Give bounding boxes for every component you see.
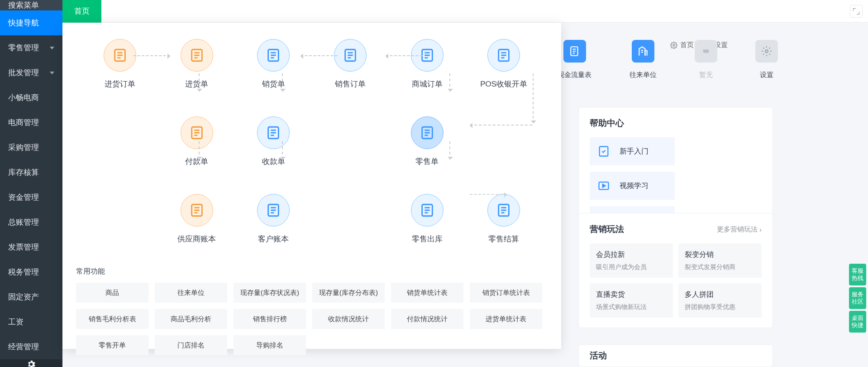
flow-node-2-2[interactable]: 客户账本 [235,194,312,244]
flow-label: 客户账本 [258,234,289,244]
flow-label: 进货单 [185,79,208,89]
popover-scrollbar[interactable] [76,336,548,345]
marketing-item-3[interactable]: 多人拼团拼团购物享受优惠 [678,283,762,318]
document-icon [487,39,520,72]
sidebar-settings[interactable] [0,359,62,367]
document-icon [104,39,136,72]
shortcut-2[interactable]: 暂无 [695,40,717,79]
help-icon [596,144,611,159]
float-btn-1[interactable]: 服务 社区 [849,287,866,309]
flow-label: 供应商账本 [177,234,216,244]
flow-label: POS收银开单 [480,79,527,89]
marketing-more-link[interactable]: 更多营销玩法 › [717,225,762,234]
sidebar-item-3[interactable]: 小畅电商 [0,85,62,110]
marketing-title: 营销玩法 [590,223,624,235]
flow-node-1-1[interactable]: 付款单 [158,116,235,167]
help-item-1[interactable]: 视频学习 [590,172,675,200]
common-fn-1[interactable]: 往来单位 [155,283,227,303]
shortcut-0[interactable]: 现金流量表 [558,40,591,79]
document-icon [257,39,290,72]
flow-label: 进货订单 [105,79,135,89]
chevron-down-icon [50,72,54,74]
document-icon [334,39,367,72]
flow-node-1-4[interactable]: 零售单 [389,116,466,167]
sidebar-item-12[interactable]: 工资 [0,309,62,334]
help-icon [596,178,611,193]
flow-node-0-4[interactable]: 商城订单 [389,39,466,89]
flow-label: 商城订单 [412,79,443,89]
flow-node-0-5[interactable]: POS收银开单 [465,39,542,89]
common-fn-5[interactable]: 销货订单统计表 [470,283,542,303]
common-fn-9[interactable]: 收款情况统计 [312,309,385,329]
flow-label: 销售订单 [335,79,366,89]
document-icon [181,116,213,149]
common-fn-11[interactable]: 进货单统计表 [470,309,542,329]
flow-label: 销货单 [262,79,285,89]
floating-buttons: 客服 热线服务 社区桌面 快捷 [849,264,866,333]
common-fn-4[interactable]: 销货单统计表 [391,283,463,303]
sidebar-item-0[interactable]: 快捷导航 [0,10,62,35]
tab-home[interactable]: 首页 [62,0,101,23]
sidebar-item-1[interactable]: 零售管理 [0,35,62,60]
activity-card: 活动 [578,344,773,367]
document-icon [411,116,444,149]
shortcut-icon [632,40,654,63]
common-fn-10[interactable]: 付款情况统计 [391,309,463,329]
common-fn-7[interactable]: 商品毛利分析 [155,309,227,329]
sidebar-item-5[interactable]: 采购管理 [0,135,62,160]
common-fn-3[interactable]: 现存量(库存分布表) [312,283,385,303]
sidebar-item-9[interactable]: 发票管理 [0,235,62,260]
fullscreen-button[interactable] [850,5,863,18]
help-item-0[interactable]: 新手入门 [590,137,675,165]
common-fn-8[interactable]: 销售排行榜 [234,309,306,329]
flow-node-1-2[interactable]: 收款单 [235,116,312,167]
shortcut-icon [755,40,778,63]
document-icon [257,194,290,227]
common-fn-2[interactable]: 现存量(库存状况表) [234,283,306,303]
sidebar-item-8[interactable]: 总账管理 [0,210,62,235]
float-btn-2[interactable]: 桌面 快捷 [849,311,866,333]
flow-node-2-5[interactable]: 零售结算 [465,194,542,244]
help-center-title: 帮助中心 [590,117,762,129]
document-icon [411,39,444,72]
shortcut-3[interactable]: 设置 [755,40,778,79]
common-fn-6[interactable]: 销售毛利分析表 [76,309,148,329]
sidebar-item-4[interactable]: 电商管理 [0,110,62,135]
sidebar-item-11[interactable]: 固定资产 [0,285,62,309]
shortcut-row: 现金流量表往来单位暂无设置 [558,40,778,79]
document-icon [487,194,520,227]
shortcut-1[interactable]: 往来单位 [630,40,657,79]
shortcut-label: 暂无 [699,71,713,79]
tabbar: 首页 [62,0,868,23]
document-icon [181,194,213,227]
flow-label: 零售出库 [412,234,443,244]
sidebar-item-2[interactable]: 批发管理 [0,60,62,85]
flow-label: 付款单 [185,156,208,167]
svg-point-3 [765,50,768,53]
sidebar-search[interactable]: 搜索菜单 [0,0,62,10]
flow-node-0-1[interactable]: 进货单 [158,39,235,89]
shortcut-label: 往来单位 [630,71,657,79]
quick-nav-popover: 进货订单进货单销货单销售订单商城订单POS收银开单付款单收款单零售单供应商账本客… [62,23,561,349]
flow-node-0-3[interactable]: 销售订单 [312,39,389,89]
sidebar-item-7[interactable]: 资金管理 [0,185,62,210]
shortcut-label: 设置 [760,71,773,79]
fullscreen-icon [853,8,859,14]
marketing-item-0[interactable]: 会员拉新吸引用户成为会员 [590,243,673,278]
sidebar-item-6[interactable]: 库存核算 [0,160,62,185]
flow-node-2-1[interactable]: 供应商账本 [158,194,235,244]
flow-node-0-0[interactable]: 进货订单 [81,39,158,89]
marketing-item-2[interactable]: 直播卖货场景式购物新玩法 [590,283,673,318]
marketing-card: 营销玩法 更多营销玩法 › 会员拉新吸引用户成为会员裂变分销裂变式发展分销商直播… [578,213,773,328]
common-fn-0[interactable]: 商品 [76,283,148,303]
float-btn-0[interactable]: 客服 热线 [849,264,866,285]
sidebar-item-13[interactable]: 经营管理 [0,334,62,359]
svg-rect-2 [703,49,709,53]
flow-node-2-4[interactable]: 零售出库 [389,194,466,244]
marketing-item-1[interactable]: 裂变分销裂变式发展分销商 [678,243,762,278]
document-icon [411,194,444,227]
flow-node-0-2[interactable]: 销货单 [235,39,312,89]
document-icon [257,116,290,149]
chevron-down-icon [50,47,54,49]
sidebar-item-10[interactable]: 税务管理 [0,260,62,285]
